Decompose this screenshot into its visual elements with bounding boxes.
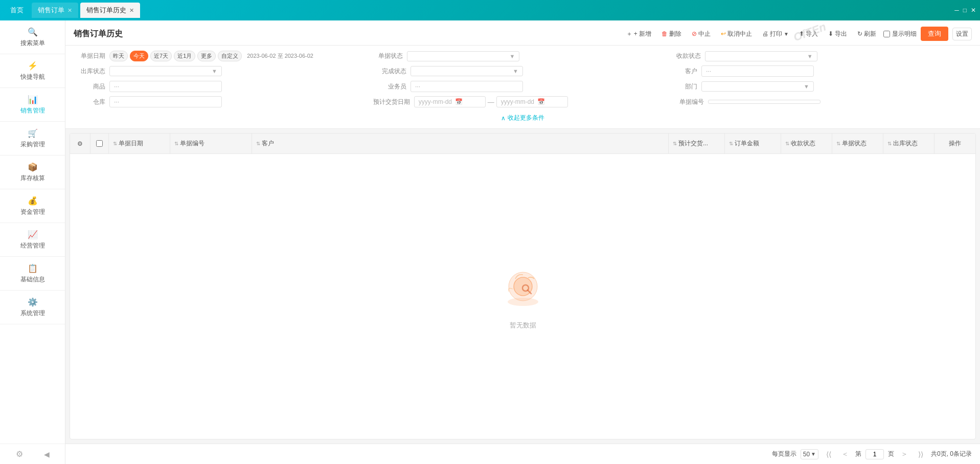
sidebar-settings-icon[interactable]: ⚙: [16, 449, 23, 459]
dept-control[interactable]: ▼: [701, 81, 972, 92]
order-status-control[interactable]: ▼: [407, 51, 674, 61]
out-status-select[interactable]: ▼: [109, 66, 222, 76]
complete-status-control[interactable]: ▼: [411, 66, 681, 76]
th-out-status-label: 出库状态: [893, 139, 918, 148]
sort-icon-out: ⇅: [887, 141, 892, 146]
refresh-button[interactable]: ↻ 刷新: [854, 28, 879, 40]
sidebar-item-sys-mgmt[interactable]: ⚙️ 系统管理: [0, 291, 65, 324]
print-icon: 🖨: [762, 30, 768, 37]
order-no-control[interactable]: [708, 100, 972, 104]
sidebar-item-basic-info[interactable]: 📋 基础信息: [0, 257, 65, 291]
th-amount[interactable]: ⇅ 订单金额: [725, 134, 781, 153]
th-date[interactable]: ⇅ 单据日期: [109, 134, 170, 153]
th-out-status[interactable]: ⇅ 出库状态: [883, 134, 935, 153]
date-btn-custom[interactable]: 自定义: [218, 51, 242, 61]
inventory-icon: 📦: [28, 162, 38, 172]
refresh-icon: ↻: [857, 30, 862, 37]
new-button[interactable]: ＋ + 新增: [623, 28, 654, 40]
salesperson-control[interactable]: ···: [411, 81, 681, 92]
sidebar-item-purchase-mgmt[interactable]: 🛒 采购管理: [0, 122, 65, 156]
salesperson-dots: ···: [415, 83, 420, 90]
pay-status-select[interactable]: ▼: [705, 51, 817, 61]
sidebar-item-sales-mgmt[interactable]: 📊 销售管理: [0, 88, 65, 122]
collapse-bar[interactable]: ∧ 收起更多条件: [74, 112, 972, 123]
date-range-text: 2023-06-02 至 2023-06-02: [247, 52, 313, 60]
stop-label: 中止: [698, 30, 711, 38]
th-pay-status[interactable]: ⇅ 收款状态: [781, 134, 832, 153]
goods-control[interactable]: ···: [109, 81, 380, 92]
date-btn-today[interactable]: 今天: [130, 51, 148, 61]
pay-status-control[interactable]: ▼: [705, 51, 972, 61]
sidebar-item-search-menu[interactable]: 🔍 搜索菜单: [0, 20, 65, 54]
toolbar: ＋ + 新增 🗑 删除 ⊘ 中止 ↩ 取消中止 🖨 打印: [623, 27, 972, 41]
window-close[interactable]: ✕: [971, 7, 976, 14]
page-size-dropdown: ▼: [811, 451, 816, 457]
empty-icon: [497, 263, 549, 315]
th-customer[interactable]: ⇅ 客户: [252, 134, 669, 153]
operation-icon: 📈: [28, 229, 38, 239]
order-no-input[interactable]: [708, 100, 821, 104]
calendar-icon-end: 📅: [537, 98, 545, 105]
display-cols-input[interactable]: [883, 31, 890, 37]
date-btn-yesterday[interactable]: 昨天: [109, 51, 128, 61]
cancel-stop-button[interactable]: ↩ 取消中止: [718, 28, 755, 40]
th-settings[interactable]: ⚙: [70, 134, 90, 153]
sidebar-item-operation[interactable]: 📈 经营管理: [0, 223, 65, 257]
window-minimize[interactable]: ─: [954, 7, 959, 14]
page-prev-btn[interactable]: ＜: [839, 448, 851, 460]
date-btn-1month[interactable]: 近1月: [174, 51, 195, 61]
order-status-select[interactable]: ▼: [407, 51, 519, 61]
tab-home-label: 首页: [10, 6, 24, 15]
th-order-status[interactable]: ⇅ 单据状态: [832, 134, 883, 153]
delete-label: 删除: [669, 30, 681, 38]
salesperson-input[interactable]: ···: [411, 81, 523, 92]
stop-button[interactable]: ⊘ 中止: [689, 28, 714, 40]
display-cols-checkbox[interactable]: 显示明细: [883, 30, 917, 38]
tab-sales-order[interactable]: 销售订单 ✕: [32, 3, 78, 18]
delivery-date-start[interactable]: yyyy-mm-dd 📅: [414, 96, 486, 107]
tab-home[interactable]: 首页: [4, 3, 30, 18]
settings-button[interactable]: 设置: [952, 28, 972, 40]
page-next-btn[interactable]: ＞: [898, 448, 910, 460]
print-button[interactable]: 🖨 打印 ▼: [759, 28, 792, 40]
delete-button[interactable]: 🗑 删除: [658, 28, 685, 40]
sidebar-item-inventory[interactable]: 📦 库存核算: [0, 156, 65, 189]
sidebar-item-quick-nav[interactable]: ⚡ 快捷导航: [0, 54, 65, 88]
th-delivery[interactable]: ⇅ 预计交货...: [669, 134, 725, 153]
window-maximize[interactable]: □: [963, 7, 967, 14]
tab-sales-order-history-close[interactable]: ✕: [129, 7, 134, 14]
page-last-btn[interactable]: ⟩⟩: [915, 448, 927, 460]
sidebar-item-finance[interactable]: 💰 资金管理: [0, 189, 65, 223]
date-btn-more[interactable]: 更多: [197, 51, 216, 61]
sidebar-collapse-icon[interactable]: ◀: [44, 450, 50, 458]
customer-control[interactable]: ···: [701, 65, 972, 77]
goods-input[interactable]: ···: [109, 81, 222, 92]
select-all-checkbox[interactable]: [96, 140, 103, 147]
pagination-bar: 每页显示 50 ▼ ⟨⟨ ＜ 第 页 ＞ ⟩⟩ 共0页, 0条记录: [65, 444, 980, 464]
warehouse-control[interactable]: ···: [109, 96, 373, 107]
tab-sales-order-close[interactable]: ✕: [67, 7, 72, 14]
page-number-input[interactable]: [865, 449, 884, 459]
out-status-control[interactable]: ▼: [109, 66, 380, 76]
collapse-label: 收起更多条件: [508, 114, 544, 122]
export-button[interactable]: ⬇ 导出: [825, 28, 850, 40]
import-button[interactable]: ⬆ 导入: [796, 28, 821, 40]
tab-sales-order-label: 销售订单: [38, 6, 64, 15]
warehouse-input[interactable]: ···: [109, 96, 222, 107]
customer-input[interactable]: ···: [701, 65, 814, 77]
total-text: 共0页, 0条记录: [931, 450, 972, 458]
th-num[interactable]: ⇅ 单据编号: [170, 134, 252, 153]
page-first-btn[interactable]: ⟨⟨: [823, 448, 835, 460]
th-checkbox[interactable]: [90, 134, 109, 153]
search-menu-icon: 🔍: [28, 27, 38, 37]
tab-sales-order-history[interactable]: 销售订单历史 ✕: [80, 3, 140, 18]
stop-icon: ⊘: [692, 30, 697, 37]
goods-label: 商品: [74, 82, 109, 91]
delivery-date-end[interactable]: yyyy-mm-dd 📅: [496, 96, 568, 107]
date-btn-7days[interactable]: 近7天: [150, 51, 172, 61]
dept-select[interactable]: ▼: [701, 81, 814, 92]
page-size-select[interactable]: 50 ▼: [801, 449, 818, 459]
complete-status-select[interactable]: ▼: [411, 66, 523, 76]
query-button[interactable]: 查询: [921, 27, 948, 41]
table-wrapper: ⚙ ⇅ 单据日期 ⇅ 单据编号 ⇅ 客户 ⇅: [70, 133, 976, 439]
